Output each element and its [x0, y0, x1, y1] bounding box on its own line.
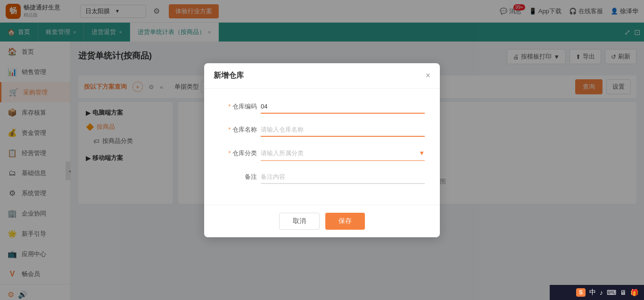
save-button[interactable]: 保存: [325, 213, 365, 230]
s-logo: S: [576, 288, 586, 297]
gift-icon[interactable]: 🎁: [630, 289, 638, 296]
modal-overlay[interactable]: 新增仓库 × 仓库编码 仓库名称 仓库分类 请输入所属分类 ▼: [0, 0, 644, 300]
bottom-bar: S 中 ♪ ⌨ 🖥 🎁: [550, 285, 644, 300]
form-row-remarks: 备注: [219, 170, 425, 184]
lang-icon[interactable]: 中: [589, 288, 596, 297]
modal-close-icon[interactable]: ×: [425, 71, 430, 81]
modal-footer: 取消 保存: [204, 205, 440, 237]
keyboard-icon[interactable]: ⌨: [607, 289, 616, 296]
remarks-label: 备注: [219, 173, 257, 181]
warehouse-code-input[interactable]: [261, 100, 425, 114]
sound-icon[interactable]: ♪: [600, 289, 603, 296]
form-row-category: 仓库分类 请输入所属分类 ▼: [219, 146, 425, 161]
monitor-icon[interactable]: 🖥: [620, 289, 627, 296]
modal-header: 新增仓库 ×: [204, 63, 440, 89]
form-row-name: 仓库名称: [219, 123, 425, 137]
form-row-code: 仓库编码: [219, 100, 425, 114]
cancel-button[interactable]: 取消: [279, 213, 320, 230]
category-chevron-icon: ▼: [419, 150, 425, 157]
remarks-input[interactable]: [261, 170, 425, 184]
warehouse-name-label: 仓库名称: [219, 125, 257, 134]
warehouse-code-label: 仓库编码: [219, 102, 257, 111]
warehouse-category-label: 仓库分类: [219, 149, 257, 158]
warehouse-name-input[interactable]: [261, 123, 425, 137]
warehouse-category-select[interactable]: 请输入所属分类 ▼: [261, 146, 425, 161]
modal-add-warehouse: 新增仓库 × 仓库编码 仓库名称 仓库分类 请输入所属分类 ▼: [204, 63, 440, 237]
warehouse-category-placeholder: 请输入所属分类: [261, 149, 304, 158]
modal-body: 仓库编码 仓库名称 仓库分类 请输入所属分类 ▼ 备注: [204, 89, 440, 205]
modal-title: 新增仓库: [214, 71, 244, 81]
